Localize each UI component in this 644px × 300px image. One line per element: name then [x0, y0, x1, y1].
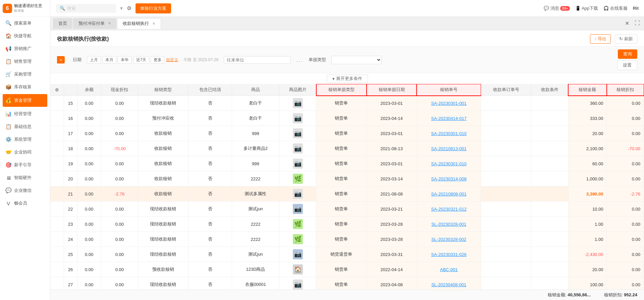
- refresh-button[interactable]: ↻ 刷新: [615, 34, 637, 44]
- verify-no-cell[interactable]: SA-20230414-017: [417, 111, 481, 126]
- verify-no-cell[interactable]: SL-20230328-001: [417, 217, 481, 232]
- sidebar-item-basic[interactable]: 📋 基础信息: [0, 120, 50, 133]
- verify-date-cell: 2023-04-08: [367, 277, 417, 290]
- goods-image: 🌿: [293, 219, 303, 229]
- verify-date-cell: 2021-08-13: [367, 141, 417, 156]
- gear-icon[interactable]: ⚙: [127, 5, 131, 11]
- tab-prepay[interactable]: 预付冲应付单 ✕: [73, 18, 116, 29]
- verify-no-cell[interactable]: SL-20230328-002: [417, 232, 481, 247]
- filter-custom-date[interactable]: 自定义: [166, 57, 178, 63]
- col-header-settings[interactable]: ⚙: [50, 84, 64, 96]
- sidebar-item-hardware[interactable]: 🖥 智能硬件: [0, 171, 50, 184]
- verify-date-cell: 2022-04-14: [367, 262, 417, 277]
- voucher-type-select[interactable]: [331, 56, 382, 64]
- sidebar-item-label: 快捷导航: [14, 33, 32, 39]
- verify-no-link[interactable]: SA-20230301-010: [431, 161, 467, 166]
- verify-no-cell[interactable]: ABC-001: [417, 262, 481, 277]
- filter-last-month[interactable]: 上月: [87, 56, 101, 64]
- verify-no-link[interactable]: SA-20230331-026: [431, 252, 467, 257]
- sidebar-item-member[interactable]: V 畅会员: [0, 197, 50, 210]
- filter-last-7days[interactable]: 近7天: [133, 56, 150, 64]
- filter-expand-button[interactable]: »: [57, 56, 65, 63]
- sidebar-item-search[interactable]: 🔍 搜索菜单: [0, 17, 50, 30]
- hardware-icon: 🖥: [5, 175, 11, 181]
- verify-no-link[interactable]: SA-20230321-012: [431, 207, 467, 212]
- sidebar-item-inventory[interactable]: 📦 库存核算: [0, 81, 50, 93]
- settings-button[interactable]: 设置: [617, 60, 637, 70]
- tab-prepay-close[interactable]: ✕: [108, 21, 111, 26]
- seq-cell: 18: [64, 141, 77, 156]
- date-range-display: 不限 至 2023-07-26: [183, 57, 218, 63]
- export-button[interactable]: ↑ 导出: [590, 34, 611, 44]
- col-header-cash-discount: 现金折扣: [101, 84, 138, 96]
- verify-type-cell: 收款核销: [138, 141, 189, 156]
- col-header-goods: 商品: [232, 84, 279, 96]
- filter-date-buttons: 上月 本月 本年 近7天 更多 自定义: [87, 56, 178, 64]
- verify-voucher-type-cell: 销货退货单: [316, 247, 367, 262]
- sidebar-item-cooperation[interactable]: 🤝 企业协同: [0, 146, 50, 159]
- verify-voucher-type-cell: 销货单: [316, 141, 367, 156]
- filter-this-year[interactable]: 本年: [118, 56, 132, 64]
- tab-receipt-close[interactable]: ✕: [152, 22, 155, 26]
- sidebar-item-quick-nav[interactable]: 🏠 快捷导航: [0, 30, 50, 42]
- footer-verify-amount: 核销金额: 40,556,66...: [548, 292, 591, 298]
- sidebar-item-operation[interactable]: 📊 经营管理: [0, 108, 50, 120]
- query-button[interactable]: 查询: [618, 49, 637, 59]
- verify-amount-cell: 10.00: [568, 202, 607, 217]
- app-download[interactable]: 📱 App下载: [575, 5, 598, 11]
- verify-no-link[interactable]: SA-20230314-008: [431, 176, 467, 181]
- sidebar-item-sales[interactable]: 📋 销售管理: [0, 55, 50, 68]
- sidebar-item-wechat[interactable]: 💬 企业微信: [0, 184, 50, 197]
- cash-discount-cell: 0.00: [101, 171, 138, 186]
- close-window-icon[interactable]: ✕: [624, 19, 631, 28]
- receipt-order-no-cell: [481, 217, 531, 232]
- goods-image: 📷: [293, 128, 303, 138]
- tab-home[interactable]: 首页: [53, 18, 72, 29]
- settings-cell: [50, 217, 64, 232]
- expand-more-button[interactable]: ▾ 展开更多条件: [327, 75, 368, 83]
- verify-no-link[interactable]: SA-20210808-001: [431, 191, 467, 197]
- verify-no-link[interactable]: SA-20210813-001: [431, 146, 467, 151]
- verify-no-cell[interactable]: SA-20230301-001: [417, 96, 481, 111]
- sidebar-item-marketing[interactable]: 📢 营销推广: [0, 42, 50, 55]
- sidebar-item-label: 库存核算: [14, 84, 32, 90]
- sidebar-item-system[interactable]: ⚙️ 系统管理: [0, 133, 50, 146]
- page-header-actions: ↑ 导出 ↻ 刷新: [590, 34, 637, 44]
- online-service[interactable]: 🎧 在线客服: [603, 5, 628, 11]
- verify-no-cell[interactable]: SA-20230331-026: [417, 247, 481, 262]
- verify-no-link[interactable]: SL-20230328-002: [431, 237, 466, 242]
- seq-cell: 22: [64, 202, 77, 217]
- message-icon[interactable]: 💬 消息 99+: [544, 5, 570, 11]
- verify-no-link[interactable]: ABC-001: [440, 267, 458, 272]
- sidebar-item-newbie[interactable]: 🎯 新手引导: [0, 159, 50, 171]
- verify-no-cell[interactable]: SA-20230314-008: [417, 171, 481, 186]
- verify-no-link[interactable]: SA-20230414-017: [431, 116, 467, 121]
- tab-receipt[interactable]: 收款核销执行 ✕: [117, 18, 161, 29]
- expand-window-icon[interactable]: ⛶: [633, 19, 641, 28]
- sidebar-item-finance[interactable]: 💰 资金管理: [3, 94, 47, 107]
- industry-button[interactable]: 体验行业方案: [136, 3, 171, 13]
- settings-cell: [50, 96, 64, 111]
- filter-this-month[interactable]: 本月: [102, 56, 116, 64]
- verify-no-link[interactable]: SA-20230301-010: [431, 131, 467, 136]
- verify-date-cell: 2023-03-01: [367, 96, 417, 111]
- partner-input[interactable]: [224, 56, 291, 64]
- verify-no-cell[interactable]: SA-20210813-001: [417, 141, 481, 156]
- receipt-condition-cell: [531, 156, 568, 171]
- verify-no-cell[interactable]: SA-20230321-012: [417, 202, 481, 217]
- filter-more-date[interactable]: 更多: [151, 56, 165, 64]
- verify-no-cell[interactable]: SA-20210808-001: [417, 186, 481, 202]
- verify-no-link[interactable]: SA-20230301-001: [431, 101, 467, 106]
- verify-no-cell[interactable]: SA-20230301-010: [417, 126, 481, 141]
- col-header-verify-no: 核销单号: [417, 84, 481, 96]
- table-row: 240.000.00现结收款核销否2222🌿销货单2023-03-28SL-20…: [50, 232, 644, 247]
- settings-cell: [50, 111, 64, 126]
- user-avatar[interactable]: Rit: [633, 6, 639, 11]
- goods-cell: 2222: [232, 217, 279, 232]
- verify-no-link[interactable]: SL-20230408-001: [431, 282, 466, 287]
- verify-no-link[interactable]: SL-20230328-001: [431, 222, 466, 227]
- verify-no-cell[interactable]: SL-20230408-001: [417, 277, 481, 290]
- sidebar-item-purchase[interactable]: 🛒 采购管理: [0, 68, 50, 81]
- verify-no-cell[interactable]: SA-20230301-010: [417, 156, 481, 171]
- settings-cell: [50, 202, 64, 217]
